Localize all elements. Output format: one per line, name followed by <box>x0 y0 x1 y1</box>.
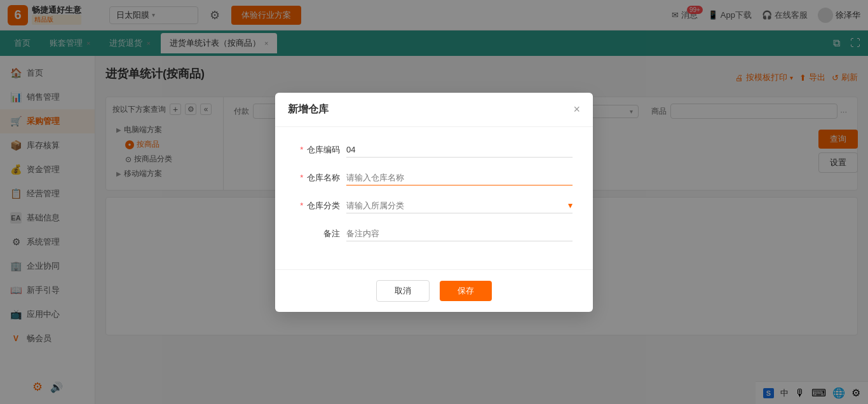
modal-body: * 仓库编码 * 仓库名称 * 仓库分类 <box>275 127 593 269</box>
category-arrow-icon: ▾ <box>568 200 573 210</box>
remark-input[interactable] <box>346 226 573 241</box>
required-star-category: * <box>300 201 303 210</box>
modal-close-button[interactable]: × <box>573 104 580 115</box>
form-row-category: * 仓库分类 ▾ <box>295 198 573 213</box>
category-input[interactable] <box>346 198 568 213</box>
code-input[interactable] <box>346 142 573 158</box>
modal-new-warehouse: 新增仓库 × * 仓库编码 * 仓库名称 <box>275 93 593 312</box>
remark-label: 备注 <box>295 228 346 239</box>
form-row-remark: 备注 <box>295 226 573 241</box>
save-button[interactable]: 保存 <box>440 281 492 301</box>
code-label: * 仓库编码 <box>295 144 346 156</box>
category-label: * 仓库分类 <box>295 200 346 212</box>
category-select[interactable]: ▾ <box>346 198 573 213</box>
modal-footer: 取消 保存 <box>275 269 593 312</box>
name-label: * 仓库名称 <box>295 172 346 184</box>
required-star-name: * <box>300 173 303 182</box>
modal-header: 新增仓库 × <box>275 93 593 127</box>
modal-title: 新增仓库 <box>288 103 329 116</box>
modal-overlay: 新增仓库 × * 仓库编码 * 仓库名称 <box>0 0 868 404</box>
name-input[interactable] <box>346 170 573 185</box>
cancel-button[interactable]: 取消 <box>376 280 430 302</box>
form-row-name: * 仓库名称 <box>295 170 573 185</box>
required-star-code: * <box>300 145 303 154</box>
form-row-code: * 仓库编码 <box>295 142 573 158</box>
